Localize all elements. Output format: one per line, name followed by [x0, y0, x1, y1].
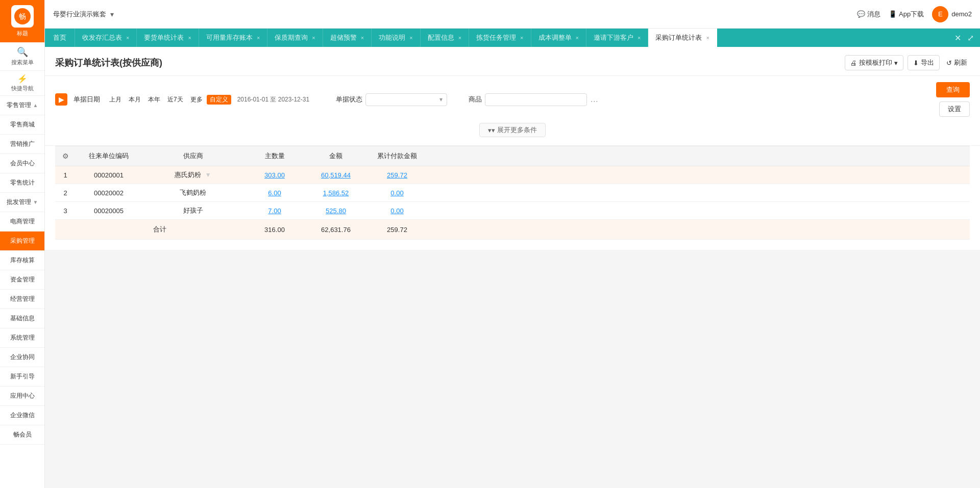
sidebar-item-wholesale[interactable]: 批发管理 ▼	[0, 193, 44, 212]
sidebar-item-wechat[interactable]: 企业微信	[0, 406, 44, 425]
goods-input[interactable]	[485, 93, 587, 106]
tab-label: 成本调整单	[538, 33, 572, 42]
sidebar-item-appcenter[interactable]: 应用中心	[0, 387, 44, 406]
sidebar-item-system[interactable]: 系统管理	[0, 328, 44, 348]
tab-close-icon[interactable]: ×	[458, 35, 461, 41]
sidebar-item-ecommerce[interactable]: 电商管理	[0, 212, 44, 232]
topbar: 母婴行业演示账套 ▾ 💬 消息 📱 App下载 E demo2	[45, 0, 980, 29]
expand-more-button[interactable]: ▾▾ 展开更多条件	[479, 123, 546, 137]
tab-close-icon[interactable]: ×	[126, 35, 129, 41]
tab-close-icon[interactable]: ×	[361, 35, 364, 41]
message-icon: 💬	[857, 10, 865, 18]
tab-chaochu[interactable]: 超储预警 ×	[323, 29, 372, 47]
industry-label: 母婴行业演示账套	[53, 10, 106, 19]
date-opt-more[interactable]: 更多	[187, 94, 206, 105]
tab-close-icon[interactable]: ×	[706, 35, 709, 41]
sidebar-item-inventory[interactable]: 库存核算	[0, 251, 44, 270]
sidebar-item-vip[interactable]: 畅会员	[0, 425, 44, 445]
tab-peizhi[interactable]: 配置信息 ×	[421, 29, 469, 47]
tab-shoufahuizong[interactable]: 收发存汇总表 ×	[75, 29, 137, 47]
sidebar-item-members[interactable]: 会员中心	[0, 154, 44, 173]
refresh-button[interactable]: ↺ 刷新	[944, 56, 970, 70]
tab-close-window-icon[interactable]: ✕	[952, 33, 963, 43]
td-qty: 6.00	[244, 184, 305, 202]
tab-baoyuanqixun[interactable]: 保质期查询 ×	[267, 29, 323, 47]
sidebar-item-newguide[interactable]: 新手引导	[0, 367, 44, 387]
th-qty: 主数量	[244, 146, 305, 166]
industry-dropdown-icon[interactable]: ▾	[110, 10, 114, 18]
date-opt-last-month[interactable]: 上月	[106, 94, 125, 105]
tab-close-icon[interactable]: ×	[312, 35, 315, 41]
sidebar-item-basicinfo[interactable]: 基础信息	[0, 309, 44, 328]
date-opt-this-year[interactable]: 本年	[145, 94, 163, 105]
setting-button[interactable]: 设置	[939, 101, 970, 117]
tab-chengbentiaozhen[interactable]: 成本调整单 ×	[531, 29, 586, 47]
sidebar-wholesale-label: 批发管理	[7, 198, 31, 207]
tab-close-icon[interactable]: ×	[409, 35, 412, 41]
td-extra	[428, 166, 970, 184]
sidebar-item-enterprise[interactable]: 企业协同	[0, 348, 44, 367]
user-menu[interactable]: E demo2	[932, 6, 972, 22]
goods-more-icon[interactable]: …	[590, 95, 598, 104]
sidebar-item-finance[interactable]: 资金管理	[0, 270, 44, 290]
sidebar-item-marketing[interactable]: 营销推广	[0, 135, 44, 154]
td-supplier: 惠氏奶粉 ▼	[142, 166, 244, 184]
date-opt-7days[interactable]: 近7天	[164, 94, 186, 105]
tab-close-icon[interactable]: ×	[638, 35, 641, 41]
sidebar: 畅 标题 🔍 搜索菜单 ⚡ 快捷导航 零售管理 ▲ 零售商城 营销推广 会员中心…	[0, 0, 45, 488]
tab-close-icon[interactable]: ×	[576, 35, 579, 41]
date-opt-this-month[interactable]: 本月	[126, 94, 144, 105]
td-footer-label: 合计	[76, 220, 244, 240]
td-no: 3	[55, 202, 76, 220]
tab-yaoqingxiayou[interactable]: 邀请下游客户 ×	[586, 29, 648, 47]
logo-icon: 畅	[11, 5, 34, 28]
sidebar-item-purchase[interactable]: 采购管理	[0, 232, 44, 251]
sidebar-item-quicknav[interactable]: ⚡ 快捷导航	[0, 71, 44, 96]
search-icon: 🔍	[17, 46, 28, 58]
sidebar-item-search[interactable]: 🔍 搜索菜单	[0, 42, 44, 71]
phone-icon: 📱	[889, 10, 897, 18]
goods-filter-label: 商品	[469, 95, 482, 104]
tab-expand-icon[interactable]: ⤢	[965, 33, 976, 43]
tab-yaohuodantongji[interactable]: 要货单统计表 ×	[137, 29, 199, 47]
app-download-button[interactable]: 📱 App下载	[889, 10, 924, 19]
sidebar-item-retail-stats[interactable]: 零售统计	[0, 173, 44, 193]
column-settings-icon[interactable]: ⚙	[62, 152, 69, 160]
tab-close-icon[interactable]: ×	[520, 35, 523, 41]
tab-paihuorenwu[interactable]: 拣货任务管理 ×	[469, 29, 531, 47]
tab-gongneng[interactable]: 功能说明 ×	[372, 29, 420, 47]
sidebar-enterprise-label: 企业协同	[10, 353, 35, 362]
refresh-label: 刷新	[954, 58, 967, 67]
td-amount: 1,586.52	[305, 184, 366, 202]
td-supplier-code: 00020002	[76, 184, 142, 202]
message-button[interactable]: 💬 消息	[857, 10, 880, 19]
table-wrap: ⚙ 往来单位编码 供应商 主数量 金额 累计付款金额 1	[45, 146, 980, 250]
status-select[interactable]: ▾	[365, 93, 447, 106]
content-area: 采购订单统计表(按供应商) 🖨 按模板打印 ▾ ⬇ 导出 ↺ 刷新	[45, 47, 980, 488]
td-qty: 7.00	[244, 202, 305, 220]
date-custom-tag[interactable]: 自定义	[207, 95, 231, 105]
tab-home[interactable]: 首页	[45, 29, 75, 47]
td-amount: 60,519.44	[305, 166, 366, 184]
export-button[interactable]: ⬇ 导出	[908, 55, 940, 70]
sidebar-item-retail[interactable]: 零售管理 ▲	[0, 96, 44, 115]
tab-close-icon[interactable]: ×	[257, 35, 260, 41]
tab-close-icon[interactable]: ×	[188, 35, 191, 41]
td-paid: 259.72	[366, 166, 428, 184]
td-footer-extra	[428, 220, 970, 240]
table-header-row: ⚙ 往来单位编码 供应商 主数量 金额 累计付款金额	[55, 146, 970, 166]
print-dropdown-icon[interactable]: ▾	[894, 59, 898, 67]
message-label: 消息	[867, 10, 880, 19]
supplier-expand-icon[interactable]: ▼	[205, 171, 211, 178]
sidebar-item-retail-shop[interactable]: 零售商城	[0, 115, 44, 135]
sidebar-newguide-label: 新手引导	[10, 372, 35, 381]
tab-label: 超储预警	[330, 33, 357, 42]
print-button[interactable]: 🖨 按模板打印 ▾	[845, 55, 903, 70]
query-button[interactable]: 查询	[936, 82, 970, 97]
filter-toggle-button[interactable]: ▶	[55, 93, 67, 106]
tab-keyongliang[interactable]: 可用量库存账本 ×	[199, 29, 267, 47]
quicknav-icon: ⚡	[17, 74, 28, 84]
sidebar-item-operations[interactable]: 经营管理	[0, 290, 44, 309]
tab-label: 保质期查询	[275, 33, 308, 42]
tab-caigoudantongji[interactable]: 采购订单统计表 ×	[648, 29, 717, 47]
